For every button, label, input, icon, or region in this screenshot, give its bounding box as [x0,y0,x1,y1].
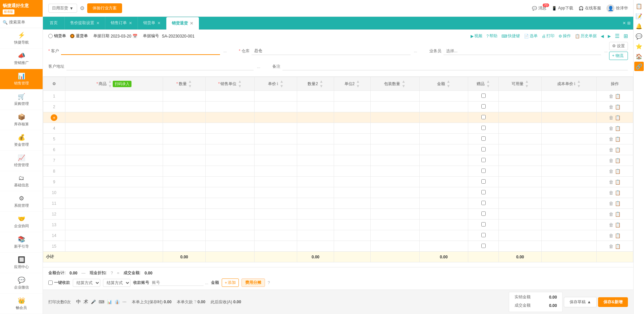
copy-row-button[interactable]: 📋 [614,104,621,110]
close-icon[interactable]: ✕ [190,21,193,26]
qty-cell[interactable] [163,155,205,166]
radio-return-bill[interactable]: 退货单 [70,33,88,39]
pack-qty-cell[interactable] [370,134,419,144]
product-cell[interactable] [65,123,163,134]
sidebar-item-guide[interactable]: 📚 新手引导 [0,232,43,253]
qty-cell[interactable] [163,123,205,134]
amount-sort[interactable]: ▲▼ [446,79,450,88]
pack-qty-cell[interactable] [370,144,419,155]
qty-cell[interactable] [163,198,205,209]
pack-qty-cell[interactable] [370,112,419,123]
gift-cell[interactable] [468,144,499,155]
toolbar-print-btn[interactable]: 🖨 打印 [542,33,554,39]
qty2-cell[interactable] [297,123,334,134]
cost-price-cell[interactable] [541,209,596,219]
avail-cell[interactable] [499,144,541,155]
qty2-cell[interactable] [297,241,334,252]
qty2-cell[interactable] [297,198,334,209]
price-cell[interactable] [255,144,297,155]
avail-cell[interactable] [499,209,541,219]
copy-row-button[interactable]: 📋 [614,136,621,142]
price-cell[interactable] [255,241,297,252]
price-cell[interactable] [255,219,297,230]
amount-cell[interactable] [419,198,468,209]
unit-cell[interactable] [206,198,255,209]
gift-cell[interactable] [468,187,499,198]
unit-cell[interactable] [206,155,255,166]
cost-price-cell[interactable] [541,155,596,166]
gift-checkbox[interactable] [481,211,486,216]
gift-checkbox[interactable] [481,136,486,141]
unit2-cell[interactable] [334,241,370,252]
tab-price-settings[interactable]: 售价提取设置 ✕ [65,17,105,29]
customer-more-btn[interactable]: ... [222,49,228,53]
gift-checkbox[interactable] [481,179,486,184]
unit-cell[interactable] [206,134,255,144]
avail-cell[interactable] [499,166,541,177]
delete-row-button[interactable]: 🗑 [608,136,614,142]
qty2-cell[interactable] [297,134,334,144]
gift-sort[interactable]: ▲▼ [486,79,490,88]
product-cell[interactable] [65,91,163,102]
unit-cell[interactable] [206,177,255,187]
amount-cell[interactable] [419,144,468,155]
amount-cell[interactable] [419,187,468,198]
amount-cell[interactable] [419,155,468,166]
copy-row-button[interactable]: 📋 [614,157,621,164]
price-cell[interactable] [255,134,297,144]
unit-cell[interactable] [206,241,255,252]
qty2-cell[interactable] [297,102,334,112]
right-panel-btn-2[interactable]: 📝 [634,11,644,21]
tab-sales-return[interactable]: 销货退货 ✕ [166,17,199,30]
delete-row-button[interactable]: 🗑 [608,189,614,196]
sidebar-item-purchase[interactable]: 🛒 采购管理 [0,89,43,110]
sidebar-item-sales[interactable]: 📊 销售管理 [0,69,43,89]
gift-checkbox[interactable] [481,147,486,151]
price-cell[interactable] [255,166,297,177]
unit2-cell[interactable] [334,177,370,187]
sidebar-item-system[interactable]: ⚙ 系统管理 [0,191,43,212]
account-input[interactable] [151,279,204,286]
cost-price-cell[interactable] [541,112,596,123]
gift-checkbox[interactable] [481,169,486,173]
unit2-cell[interactable] [334,91,370,102]
tab-home[interactable]: 首页 [43,17,65,29]
avail-sort[interactable]: ▲▼ [525,79,529,88]
right-panel-btn-5[interactable]: ⭐ [634,42,644,51]
qty2-cell[interactable] [297,219,334,230]
add-logistics-button[interactable]: + 物流 [609,52,628,60]
copy-row-button[interactable]: 📋 [614,211,621,217]
delete-row-button[interactable]: 🗑 [608,104,614,110]
copy-row-button[interactable]: 📋 [614,243,621,250]
pack-qty-cell[interactable] [370,155,419,166]
copy-row-button[interactable]: 📋 [614,232,621,239]
price-cell[interactable] [255,112,297,123]
user-menu[interactable]: 👤 徐泽华 [606,4,628,12]
cost-price-cell[interactable] [541,177,596,187]
right-panel-btn-1[interactable]: 📋 [634,1,644,11]
account-more-btn[interactable]: ... [205,280,208,285]
delete-row-button[interactable]: 🗑 [608,222,614,228]
avail-cell[interactable] [499,198,541,209]
sidebar-item-marketing[interactable]: 📣 营销推广 [0,49,43,69]
add-row-button[interactable]: + [51,114,57,121]
qty-sort[interactable]: ▲▼ [188,79,192,88]
price-cell[interactable] [255,123,297,134]
gift-cell[interactable] [468,241,499,252]
cost-price-cell[interactable] [541,187,596,198]
cost-price-cell[interactable] [541,102,596,112]
delete-row-button[interactable]: 🗑 [608,232,614,239]
product-cell[interactable] [65,209,163,219]
qty-cell[interactable] [163,91,205,102]
gift-checkbox[interactable] [481,233,486,237]
toolbar-video-btn[interactable]: ▶ 视频 [471,33,482,39]
delete-row-button[interactable]: 🗑 [608,168,614,175]
sidebar-item-operations[interactable]: 📈 经营管理 [0,151,43,171]
expand-icon[interactable]: ⊞ [627,21,631,25]
gift-checkbox[interactable] [481,222,486,227]
fee-help-icon[interactable]: ? [268,280,270,285]
add-fee-button[interactable]: + 添加 [222,278,239,287]
product-cell[interactable] [65,144,163,155]
delete-row-button[interactable]: 🗑 [608,125,614,132]
sidebar-item-appcenter[interactable]: 🔲 应用中心 [0,253,43,273]
